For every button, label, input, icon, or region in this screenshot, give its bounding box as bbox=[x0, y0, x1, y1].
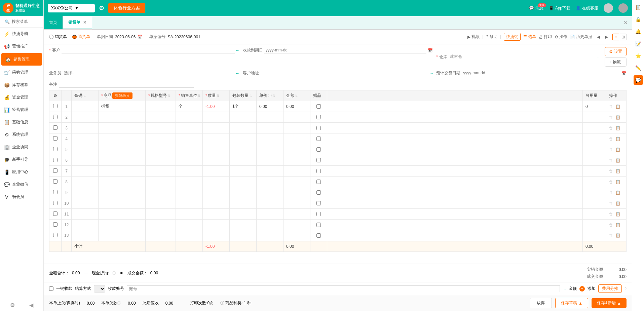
customer-address-input[interactable] bbox=[260, 70, 428, 76]
row-price-cell[interactable] bbox=[257, 133, 283, 144]
row-remark-cell[interactable] bbox=[327, 209, 583, 220]
sidebar-item-finance[interactable]: 💰 资金管理 bbox=[0, 91, 43, 104]
row-spec-cell[interactable] bbox=[146, 155, 176, 166]
row-checkbox[interactable] bbox=[53, 190, 58, 194]
logistics-btn[interactable]: + 物流 bbox=[605, 57, 627, 67]
row-barcode-cell[interactable] bbox=[72, 198, 99, 209]
grid-layout-btn[interactable]: ⊞ bbox=[620, 34, 627, 40]
delete-row-btn[interactable]: 🗑 bbox=[609, 180, 613, 184]
row-qty-cell[interactable] bbox=[203, 155, 230, 166]
account-dots-btn[interactable]: ··· bbox=[563, 286, 566, 291]
row-product-cell[interactable] bbox=[99, 198, 146, 209]
sidebar-item-operations[interactable]: 📊 经营管理 bbox=[0, 104, 43, 116]
salesperson-dots-btn[interactable]: ··· bbox=[236, 71, 239, 76]
row-barcode-cell[interactable] bbox=[72, 112, 99, 123]
payment-date-input[interactable] bbox=[264, 47, 427, 53]
row-gift-cell[interactable] bbox=[310, 209, 327, 220]
row-pkgqty-cell[interactable] bbox=[230, 155, 257, 166]
row-product-cell[interactable] bbox=[99, 155, 146, 166]
row-remark-cell[interactable] bbox=[327, 144, 583, 155]
company-selector[interactable]: XXXXX公司 ▼ bbox=[48, 4, 95, 12]
row-barcode-cell[interactable] bbox=[72, 220, 99, 230]
row-pkgqty-cell[interactable] bbox=[230, 166, 257, 177]
row-remark-cell[interactable] bbox=[327, 123, 583, 133]
date-calendar-icon[interactable]: 📅 bbox=[138, 35, 143, 39]
online-service-btn[interactable]: 👤 在线客服 bbox=[576, 5, 598, 11]
fee-split-btn[interactable]: 费用分摊 bbox=[598, 284, 622, 293]
row-amount-cell[interactable] bbox=[283, 187, 310, 198]
row-pkgqty-cell[interactable] bbox=[230, 187, 257, 198]
row-pkgqty-cell[interactable] bbox=[230, 230, 257, 241]
user-avatar2[interactable] bbox=[618, 3, 628, 13]
row-qty-cell[interactable] bbox=[203, 133, 230, 144]
row-pkgqty-cell[interactable] bbox=[230, 220, 257, 230]
row-price-cell[interactable] bbox=[257, 177, 283, 187]
row-product-cell[interactable] bbox=[99, 187, 146, 198]
copy-row-btn[interactable]: 📋 bbox=[615, 137, 620, 141]
sidebar-item-inventory[interactable]: 📦 库存核算 bbox=[0, 79, 43, 91]
row-spec-cell[interactable] bbox=[146, 133, 176, 144]
warehouse-input[interactable] bbox=[449, 54, 596, 60]
row-price-cell[interactable] bbox=[257, 166, 283, 177]
row-gift-cell[interactable] bbox=[310, 144, 327, 155]
row-amount-cell[interactable] bbox=[283, 198, 310, 209]
row-remark-cell[interactable] bbox=[327, 177, 583, 187]
row-gift-cell[interactable] bbox=[310, 187, 327, 198]
row-amount-cell[interactable] bbox=[283, 123, 310, 133]
account-input[interactable] bbox=[127, 285, 560, 292]
sidebar-item-basics[interactable]: 📋 基础信息 bbox=[0, 116, 43, 128]
row-barcode-cell[interactable] bbox=[72, 123, 99, 133]
row-checkbox[interactable] bbox=[53, 222, 58, 227]
right-panel-btn-3[interactable]: 🔔 bbox=[634, 27, 643, 36]
row-spec-cell[interactable] bbox=[146, 220, 176, 230]
row-checkbox[interactable] bbox=[53, 136, 58, 141]
sidebar-item-quicknav[interactable]: ⚡ 快捷导航 bbox=[0, 28, 43, 40]
row-remark-cell[interactable] bbox=[327, 112, 583, 123]
row-barcode-cell[interactable] bbox=[72, 144, 99, 155]
choose-btn[interactable]: ☰ 选单 bbox=[523, 34, 536, 40]
tab-home[interactable]: 首页 bbox=[44, 16, 63, 29]
row-price-cell[interactable] bbox=[257, 187, 283, 198]
row-product-cell[interactable] bbox=[99, 144, 146, 155]
row-amount-cell[interactable] bbox=[283, 144, 310, 155]
row-price-cell[interactable] bbox=[257, 112, 283, 123]
row-gift-cell[interactable] bbox=[310, 230, 327, 241]
row-pkgqty-cell[interactable] bbox=[230, 198, 257, 209]
row-pkgqty-cell[interactable] bbox=[230, 112, 257, 123]
row-qty-cell[interactable] bbox=[203, 166, 230, 177]
salesperson-input[interactable] bbox=[63, 70, 235, 76]
right-panel-btn-1[interactable]: 📋 bbox=[634, 3, 643, 12]
row-checkbox[interactable] bbox=[53, 233, 58, 237]
delete-row-btn[interactable]: 🗑 bbox=[609, 169, 613, 173]
sidebar-item-appcenter[interactable]: 📱 应用中心 bbox=[0, 166, 43, 178]
copy-row-btn[interactable]: 📋 bbox=[615, 115, 620, 120]
copy-row-btn[interactable]: 📋 bbox=[615, 223, 620, 227]
row-product-cell[interactable] bbox=[99, 209, 146, 220]
row-remark-cell[interactable] bbox=[327, 166, 583, 177]
tab-close-btn[interactable]: ✕ bbox=[83, 20, 86, 25]
row-unit-cell[interactable] bbox=[176, 155, 203, 166]
row-pkgqty-cell[interactable] bbox=[230, 209, 257, 220]
row-gift-cell[interactable] bbox=[310, 112, 327, 123]
row-unit-cell[interactable] bbox=[176, 209, 203, 220]
row-checkbox[interactable] bbox=[53, 147, 58, 151]
row-amount-cell[interactable] bbox=[283, 220, 310, 230]
row-barcode-cell[interactable] bbox=[72, 166, 99, 177]
payment-date-calendar-icon[interactable]: 📅 bbox=[428, 48, 433, 53]
delete-row-btn[interactable]: 🗑 bbox=[609, 212, 613, 217]
row-gift-cell[interactable] bbox=[310, 123, 327, 133]
sidebar-collapse-btn[interactable]: ◀ bbox=[29, 302, 33, 308]
row-spec-cell[interactable] bbox=[146, 177, 176, 187]
sidebar-item-system[interactable]: ⚙ 系统管理 bbox=[0, 128, 43, 141]
row-checkbox[interactable] bbox=[53, 158, 58, 162]
row-price-cell[interactable] bbox=[257, 230, 283, 241]
copy-row-btn[interactable]: 📋 bbox=[615, 212, 620, 217]
next-page-btn[interactable]: ▶ bbox=[603, 34, 610, 40]
row-spec-cell[interactable] bbox=[146, 198, 176, 209]
row-qty-cell[interactable] bbox=[203, 220, 230, 230]
copy-row-btn[interactable]: 📋 bbox=[615, 126, 620, 130]
video-btn[interactable]: ▶ 视频 bbox=[467, 34, 480, 40]
copy-row-btn[interactable]: 📋 bbox=[615, 180, 620, 184]
row-gift-cell[interactable] bbox=[310, 198, 327, 209]
row-barcode-cell[interactable] bbox=[72, 209, 99, 220]
